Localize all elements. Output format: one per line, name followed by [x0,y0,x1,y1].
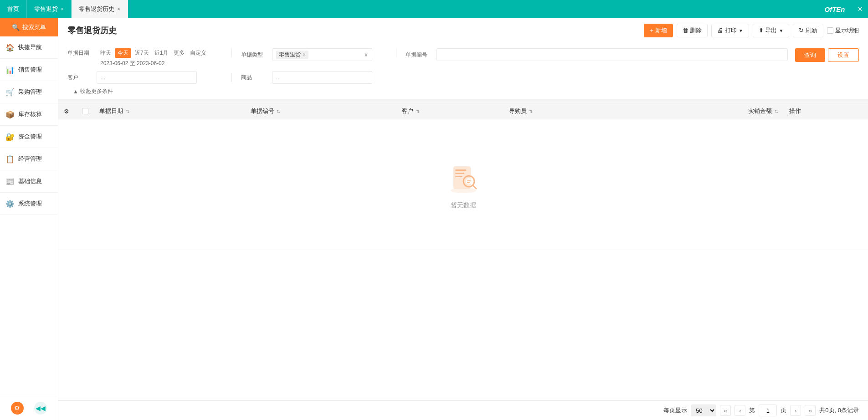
sidebar-item-operation-mgmt-label: 经营管理 [18,155,42,163]
date-opt-7days[interactable]: 近7天 [133,48,151,58]
th-date-label: 单据日期 [99,108,123,114]
empty-illustration [445,159,482,196]
tab-retail-return-close[interactable]: × [61,6,64,12]
date-opt-today[interactable]: 今天 [115,48,131,58]
sidebar-item-finance-mgmt[interactable]: 🔐 资金管理 [0,126,58,148]
sidebar-item-sales-mgmt[interactable]: 📊 销售管理 [0,59,58,81]
date-opt-custom[interactable]: 自定义 [188,48,208,58]
settings-button[interactable]: 设置 [828,48,859,62]
th-customer[interactable]: 客户 ⇅ [396,103,503,119]
collapse-filter-btn[interactable]: ▲ 收起更多条件 [67,86,859,99]
page-input[interactable] [759,405,777,416]
svg-rect-2 [455,169,466,171]
th-date[interactable]: 单据日期 ⇅ [94,103,245,119]
add-button[interactable]: + 新增 [644,24,673,37]
add-button-label: + 新增 [650,26,667,35]
filter-divider-1 [231,48,232,57]
system-icon: ⚙️ [5,199,15,208]
type-filter-tag-close[interactable]: × [303,51,306,58]
page-prev-icon: ‹ [739,407,741,414]
page-last-btn[interactable]: » [805,405,816,416]
sidebar-settings-icon[interactable]: ⚙ [11,402,24,415]
date-opt-more[interactable]: 更多 [172,48,186,58]
page-first-btn[interactable]: « [720,405,731,416]
page-next-btn[interactable]: › [790,405,801,416]
finance-icon: 🔐 [5,132,15,141]
sidebar-item-operation-mgmt[interactable]: 📋 经营管理 [0,148,58,170]
empty-text: 暂无数据 [451,201,476,210]
settings-gear-icon[interactable]: ⚙ [64,108,69,115]
th-amount[interactable]: 实销金额 ⇅ [632,103,784,119]
th-customer-sort[interactable]: ⇅ [416,109,420,114]
th-guide-sort[interactable]: ⇅ [529,109,533,114]
th-code-sort[interactable]: ⇅ [277,109,280,114]
export-button[interactable]: ⬆ 导出 ▼ [753,24,790,37]
sidebar-item-purchase-mgmt[interactable]: 🛒 采购管理 [0,81,58,103]
collapse-label: 收起更多条件 [80,87,113,95]
collapse-arrow-icon: ▲ [73,88,78,95]
page-next-icon: › [795,407,796,414]
th-amount-sort[interactable]: ⇅ [775,109,778,114]
tab-retail-return-history[interactable]: 零售退货历史 × [72,0,128,18]
sidebar-item-inventory-calc[interactable]: 📦 库存核算 [0,103,58,126]
show-detail-checkbox[interactable] [827,27,833,34]
page-size-select[interactable]: 50 100 200 [691,405,716,416]
svg-rect-8 [467,180,471,181]
home-icon: 🏠 [5,43,15,52]
select-all-checkbox[interactable] [82,108,88,114]
svg-rect-4 [455,176,462,177]
th-action-label: 操作 [789,108,801,114]
th-date-sort[interactable]: ⇅ [126,109,129,114]
th-amount-label: 实销金额 [748,108,772,114]
sidebar-item-purchase-mgmt-label: 采购管理 [18,88,42,96]
page-first-icon: « [724,407,727,414]
filter-row-1: 单据日期 昨天 今天 近7天 近1月 更多 自定义 2023-06- [67,46,859,71]
print-button[interactable]: 🖨 打印 ▼ [711,24,749,37]
th-code[interactable]: 单据编号 ⇅ [245,103,396,119]
close-window-btn[interactable]: × [852,5,868,14]
date-opt-yesterday[interactable]: 昨天 [98,48,113,58]
total-label: 共0页, 0条记录 [819,406,859,415]
tab-home[interactable]: 首页 [0,0,27,18]
page-prev-btn[interactable]: ‹ [734,405,745,416]
export-button-label: ⬆ 导出 [759,26,777,35]
sidebar-volume-icon[interactable]: ◀◀ [34,402,47,415]
sales-icon: 📊 [5,65,15,74]
type-filter-select[interactable]: 零售退货 × ∨ [272,48,372,61]
date-opt-1month[interactable]: 近1月 [153,48,170,58]
code-filter-input[interactable] [437,48,788,61]
refresh-button[interactable]: ↻ 刷新 [793,24,823,37]
tab-retail-return-label: 零售退货 [34,5,58,13]
tab-home-label: 首页 [7,5,19,13]
type-filter-tag-value: 零售退货 [279,51,301,59]
sidebar-item-quick-nav-label: 快捷导航 [18,43,42,51]
product-placeholder: ... [276,74,281,81]
sidebar-item-basic-info[interactable]: 📰 基础信息 [0,170,58,193]
sidebar-search-btn[interactable]: 🔍 搜索菜单 [0,18,58,36]
show-detail-toggle[interactable]: 显示明细 [827,26,859,35]
customer-filter-select[interactable]: ... [97,71,197,84]
empty-cell: 暂无数据 [58,119,868,250]
sidebar-item-system-mgmt[interactable]: ⚙️ 系统管理 [0,193,58,215]
filter-area: 单据日期 昨天 今天 近7天 近1月 更多 自定义 2023-06- [67,43,859,99]
query-button[interactable]: 查询 [795,48,825,62]
product-filter-select[interactable]: ... [272,71,372,84]
th-checkbox[interactable] [77,103,94,119]
delete-button[interactable]: 🗑 删除 [677,24,708,37]
print-button-label: 🖨 打印 [717,26,737,35]
product-filter-label: 商品 [241,74,268,82]
export-dropdown-icon: ▼ [779,28,783,33]
empty-row: 暂无数据 [58,119,868,250]
th-guide[interactable]: 导购员 ⇅ [503,103,633,119]
th-settings[interactable]: ⚙ [58,103,77,119]
tab-list: 首页 零售退货 × 零售退货历史 × [0,0,824,18]
customer-filter-label: 客户 [67,74,93,82]
print-dropdown-icon: ▼ [739,28,743,33]
page-header: 零售退货历史 + 新增 🗑 删除 🖨 打印 ▼ ⬆ 导出 ▼ [58,18,868,99]
th-guide-label: 导购员 [509,108,527,114]
operation-icon: 📋 [5,154,15,164]
tab-retail-return[interactable]: 零售退货 × [27,0,72,18]
filter-divider-2 [396,48,396,57]
tab-retail-return-history-close[interactable]: × [117,6,120,12]
sidebar-item-quick-nav[interactable]: 🏠 快捷导航 [0,36,58,59]
